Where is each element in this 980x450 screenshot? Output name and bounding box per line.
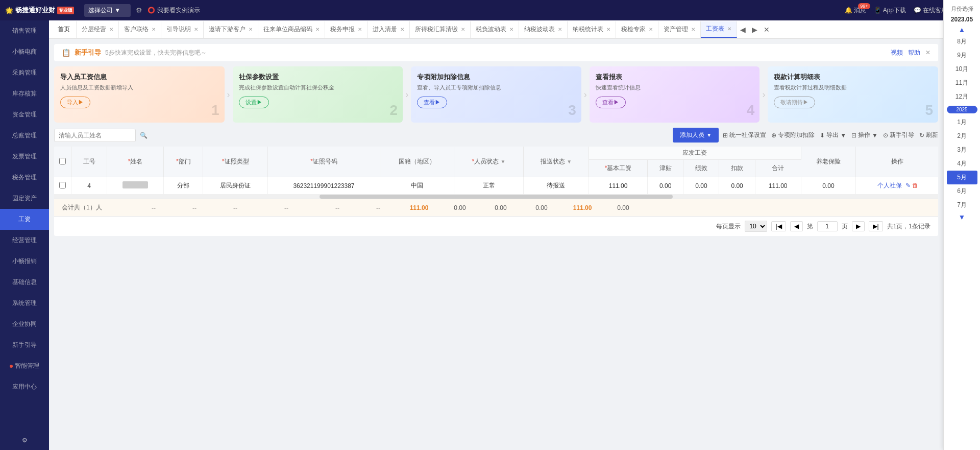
refresh-btn[interactable]: ↻ 刷新: [919, 131, 938, 139]
month-item-9[interactable]: 9月: [947, 49, 977, 62]
report-filter-icon[interactable]: ▼: [567, 159, 572, 164]
sidebar-item-expense[interactable]: 小畅报销: [0, 251, 49, 272]
tab-close-clearing[interactable]: ✕: [400, 27, 404, 32]
month-item-3[interactable]: 3月: [947, 143, 977, 157]
sidebar-item-ledger[interactable]: 总账管理: [0, 125, 49, 146]
tab-home[interactable]: 首页: [52, 21, 77, 38]
tab-customer[interactable]: 客户联络 ✕: [119, 21, 161, 38]
sidebar-item-operations[interactable]: 经营管理: [0, 230, 49, 251]
tab-product-code[interactable]: 往来单位商品编码 ✕: [258, 21, 325, 38]
tab-payroll[interactable]: 工资表 ✕: [701, 21, 737, 38]
tab-stratified[interactable]: 分层经营 ✕: [77, 21, 119, 38]
month-nav-up[interactable]: ▲: [957, 25, 967, 35]
tab-close-stats[interactable]: ✕: [606, 27, 610, 32]
tab-asset-mgmt[interactable]: 资产管理 ✕: [658, 21, 701, 38]
sidebar-item-inventory[interactable]: 库存核算: [0, 83, 49, 104]
settings-icon[interactable]: ⚙: [136, 6, 142, 14]
sidebar-item-purchase[interactable]: 采购管理: [0, 62, 49, 83]
tab-nav-right[interactable]: ▶: [749, 26, 761, 34]
tab-invite[interactable]: 邀请下游客户 ✕: [204, 21, 258, 38]
search-input[interactable]: [54, 129, 136, 142]
action-delete-icon[interactable]: 🗑: [912, 182, 918, 189]
step-4-btn[interactable]: 查看▶: [596, 97, 626, 108]
month-item-6[interactable]: 6月: [947, 184, 977, 198]
select-all-checkbox[interactable]: [59, 158, 66, 164]
tab-close-expert[interactable]: ✕: [649, 27, 653, 32]
page-next-btn[interactable]: ▶: [852, 221, 865, 231]
step-5-btn[interactable]: 敬请期待▶: [774, 97, 815, 108]
tab-tax-stats[interactable]: 纳税统计表 ✕: [568, 21, 616, 38]
operate-btn[interactable]: ⊡ 操作 ▼: [851, 131, 878, 139]
notification-button[interactable]: 🔔 消息 99+: [845, 6, 866, 15]
tab-clearing[interactable]: 进入清册 ✕: [368, 21, 410, 38]
guide-close-icon[interactable]: ✕: [925, 49, 930, 56]
step-1-btn[interactable]: 导入▶: [60, 97, 90, 108]
table-scroll-bar[interactable]: [54, 195, 938, 199]
sidebar-item-finance[interactable]: 资金管理: [0, 104, 49, 125]
tab-close-income[interactable]: ✕: [461, 27, 465, 32]
status-filter-icon[interactable]: ▼: [501, 159, 506, 164]
search-icon[interactable]: 🔍: [140, 132, 148, 139]
month-item-8[interactable]: 8月: [947, 35, 977, 49]
new-guide-btn[interactable]: ⊙ 新手引导: [883, 131, 914, 139]
tab-close-all[interactable]: ✕: [761, 26, 773, 34]
tab-close-payroll[interactable]: ✕: [727, 26, 731, 32]
page-first-btn[interactable]: |◀: [771, 221, 786, 231]
month-item-11[interactable]: 11月: [947, 76, 977, 90]
page-prev-btn[interactable]: ◀: [790, 221, 803, 231]
sidebar-item-tax[interactable]: 税务管理: [0, 167, 49, 188]
guide-help-btn[interactable]: 帮助: [908, 49, 920, 57]
sidebar-item-payroll[interactable]: 工资: [0, 209, 49, 230]
tab-tax-filing[interactable]: 税务申报 ✕: [325, 21, 368, 38]
sidebar-item-assets[interactable]: 固定资产: [0, 188, 49, 209]
tab-close-guide[interactable]: ✕: [194, 27, 198, 32]
row-checkbox[interactable]: [59, 182, 66, 188]
sidebar-item-ai[interactable]: 智能管理: [0, 356, 49, 376]
tab-close-stratified[interactable]: ✕: [109, 27, 113, 32]
sidebar-item-settings[interactable]: ⚙: [0, 431, 49, 450]
month-item-7[interactable]: 7月: [947, 198, 977, 212]
sidebar-item-app-center[interactable]: 应用中心: [0, 376, 49, 397]
guide-video-btn[interactable]: 视频: [891, 49, 903, 57]
tab-tax-fluctuation[interactable]: 纳税波动表 ✕: [519, 21, 568, 38]
sidebar-item-collab[interactable]: 企业协同: [0, 314, 49, 335]
unified-settings-btn[interactable]: ⊞ 统一社保设置: [723, 131, 766, 139]
online-service-button[interactable]: 💬 在线客服: [914, 6, 947, 15]
action-personal-social-btn[interactable]: 个人社保: [877, 182, 902, 189]
export-btn[interactable]: ⬇ 导出 ▼: [820, 131, 846, 139]
tab-close-tax[interactable]: ✕: [358, 27, 362, 32]
tab-guide-info[interactable]: 引导说明 ✕: [161, 21, 204, 38]
sidebar-item-system[interactable]: 系统管理: [0, 293, 49, 314]
demo-button[interactable]: ⭕ 我要看实例演示: [148, 6, 200, 15]
month-item-5[interactable]: 5月: [947, 171, 977, 184]
app-download-button[interactable]: 📱 App下载: [874, 6, 906, 15]
sidebar-item-ecommerce[interactable]: 小畅电商: [0, 41, 49, 62]
tab-close-product[interactable]: ✕: [315, 27, 320, 32]
page-num-input[interactable]: [817, 221, 838, 231]
per-page-select[interactable]: 10 20 50: [745, 221, 767, 232]
tab-tax-burden[interactable]: 税负波动表 ✕: [471, 21, 519, 38]
company-dropdown[interactable]: 选择公司 ▼: [84, 4, 131, 17]
sidebar-item-basic-info[interactable]: 基础信息: [0, 272, 49, 293]
step-3-btn[interactable]: 查看▶: [417, 97, 447, 108]
month-item-4[interactable]: 4月: [947, 157, 977, 171]
month-item-10[interactable]: 10月: [947, 62, 977, 76]
action-edit-icon[interactable]: ✎: [905, 182, 911, 189]
tab-close-customer[interactable]: ✕: [152, 27, 156, 32]
tab-income-tax[interactable]: 所得税汇算清缴 ✕: [410, 21, 471, 38]
step-2-btn[interactable]: 设置▶: [239, 97, 269, 108]
special-deduction-btn[interactable]: ⊕ 专项附加扣除: [771, 131, 815, 139]
tab-close-burden[interactable]: ✕: [509, 27, 513, 32]
month-item-12[interactable]: 12月: [947, 90, 977, 104]
page-last-btn[interactable]: ▶|: [869, 221, 883, 231]
tab-nav-left[interactable]: ◀: [737, 26, 749, 34]
month-nav-down[interactable]: ▼: [957, 212, 967, 222]
sidebar-item-sales[interactable]: 销售管理: [0, 20, 49, 41]
add-employee-button[interactable]: 添加人员 ▼: [673, 128, 719, 143]
month-item-1[interactable]: 1月: [947, 115, 977, 129]
month-item-2[interactable]: 2月: [947, 129, 977, 143]
sidebar-item-guide[interactable]: 新手引导: [0, 335, 49, 356]
tab-close-asset[interactable]: ✕: [691, 27, 695, 32]
tab-tax-expert[interactable]: 税检专家 ✕: [616, 21, 658, 38]
sidebar-item-invoice[interactable]: 发票管理: [0, 146, 49, 167]
